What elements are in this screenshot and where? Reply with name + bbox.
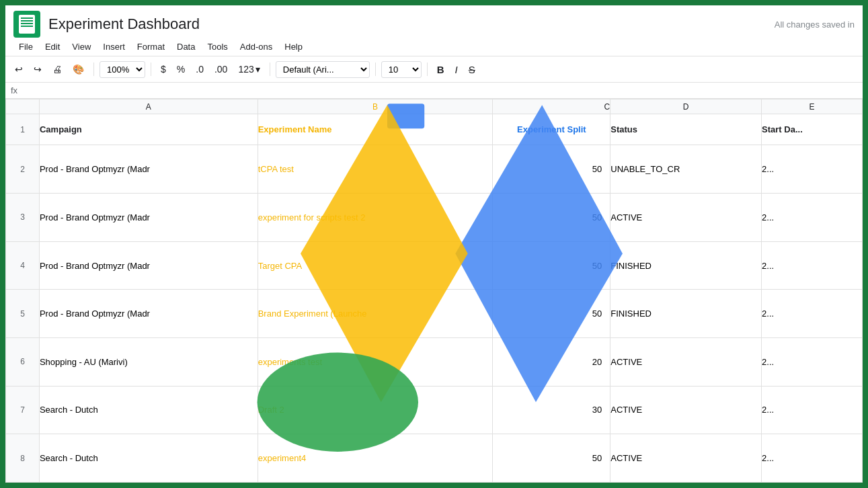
cell-c1[interactable]: Experiment Split xyxy=(493,114,610,145)
row-header-6: 6 xyxy=(6,337,40,386)
menu-insert[interactable]: Insert xyxy=(97,39,130,54)
cell-d2[interactable]: UNABLE_TO_CR xyxy=(610,145,762,194)
row-header-4: 4 xyxy=(6,241,40,290)
header-row: 1 Campaign Experiment Name Experiment Sp… xyxy=(6,114,863,145)
col-header-d[interactable]: D xyxy=(610,99,762,114)
cell-a1[interactable]: Campaign xyxy=(39,114,258,145)
cell-b4[interactable]: Target CPA xyxy=(258,241,493,290)
paint-format-button[interactable]: 🎨 xyxy=(69,61,88,77)
cell-b3[interactable]: experiment for scripts test 2 xyxy=(258,194,493,242)
cell-c6[interactable]: 20 xyxy=(493,337,610,386)
menu-bar: File Edit View Insert Format Data Tools … xyxy=(5,38,863,56)
row-header-5: 5 xyxy=(6,290,40,338)
toolbar-divider-5 xyxy=(427,63,428,76)
table-row: 4 Prod - Brand Optmyzr (Madr Target CPA … xyxy=(6,241,863,290)
row-header-2: 2 xyxy=(6,145,40,194)
cell-e6[interactable]: 2... xyxy=(762,337,863,386)
cell-a6[interactable]: Shopping - AU (Marivi) xyxy=(39,337,258,386)
cell-d1[interactable]: Status xyxy=(610,114,762,145)
redo-button[interactable]: ↪ xyxy=(30,61,46,77)
cell-e5[interactable]: 2... xyxy=(762,290,863,338)
cell-b1[interactable]: Experiment Name xyxy=(258,114,493,145)
title-bar: Experiment Dashboard All changes saved i… xyxy=(5,5,863,38)
table-row: 3 Prod - Brand Optmyzr (Madr experiment … xyxy=(6,194,863,242)
menu-help[interactable]: Help xyxy=(279,39,308,54)
currency-button[interactable]: $ xyxy=(157,61,170,77)
strikethrough-button[interactable]: S xyxy=(465,61,479,78)
cell-b8[interactable]: experiment4 xyxy=(258,434,493,483)
decimal-decrease-button[interactable]: .0 xyxy=(192,61,208,77)
toolbar: ↩ ↪ 🖨 🎨 100% $ % .0 .00 123 ▾ De xyxy=(5,56,863,83)
print-button[interactable]: 🖨 xyxy=(48,61,66,77)
cell-e8[interactable]: 2... xyxy=(762,434,863,483)
cell-c7[interactable]: 30 xyxy=(493,386,610,434)
cell-e7[interactable]: 2... xyxy=(762,386,863,434)
cell-c4[interactable]: 50 xyxy=(493,241,610,290)
table-row: 8 Search - Dutch experiment4 50 ACTIVE 2… xyxy=(6,434,863,483)
bold-button[interactable]: B xyxy=(433,61,448,78)
cell-a7[interactable]: Search - Dutch xyxy=(39,386,258,434)
table-row: 6 Shopping - AU (Marivi) experiments tes… xyxy=(6,337,863,386)
document-title[interactable]: Experiment Dashboard xyxy=(48,15,200,33)
cell-a4[interactable]: Prod - Brand Optmyzr (Madr xyxy=(39,241,258,290)
table-row: 5 Prod - Brand Optmyzr (Madr Brand Exper… xyxy=(6,290,863,338)
font-select[interactable]: Default (Ari... xyxy=(276,61,370,78)
save-status: All changes saved in xyxy=(775,19,855,30)
cell-b7[interactable]: Draft 2 xyxy=(258,386,493,434)
cell-d5[interactable]: FINISHED xyxy=(610,290,762,338)
cell-b2[interactable]: tCPA test xyxy=(258,145,493,194)
cell-e1[interactable]: Start Da... xyxy=(762,114,863,145)
toolbar-divider-1 xyxy=(93,63,94,76)
row-header-1: 1 xyxy=(6,114,40,145)
menu-tools[interactable]: Tools xyxy=(202,39,233,54)
toolbar-divider-3 xyxy=(270,63,270,76)
cell-b5[interactable]: Brand Experiment (Launche xyxy=(258,290,493,338)
cell-b6[interactable]: experiments test xyxy=(258,337,493,386)
row-header-8: 8 xyxy=(6,434,40,483)
cell-c3[interactable]: 50 xyxy=(493,194,610,242)
menu-addons[interactable]: Add-ons xyxy=(235,39,278,54)
more-formats-button[interactable]: 123 ▾ xyxy=(234,61,264,77)
table-row: 7 Search - Dutch Draft 2 30 ACTIVE 2... xyxy=(6,386,863,434)
font-size-select[interactable]: 10 xyxy=(381,61,422,78)
col-header-a[interactable]: A xyxy=(39,99,258,114)
toolbar-divider-2 xyxy=(151,63,151,76)
cell-e2[interactable]: 2... xyxy=(762,145,863,194)
undo-button[interactable]: ↩ xyxy=(11,61,27,77)
cell-a5[interactable]: Prod - Brand Optmyzr (Madr xyxy=(39,290,258,338)
zoom-select[interactable]: 100% xyxy=(100,61,145,78)
cell-d7[interactable]: ACTIVE xyxy=(610,386,762,434)
cell-a2[interactable]: Prod - Brand Optmyzr (Madr xyxy=(39,145,258,194)
spreadsheet-container: A B C D E 1 Campaign Experiment Name xyxy=(5,99,863,483)
menu-data[interactable]: Data xyxy=(171,39,200,54)
formula-input[interactable] xyxy=(23,85,857,95)
cell-a3[interactable]: Prod - Brand Optmyzr (Madr xyxy=(39,194,258,242)
italic-button[interactable]: I xyxy=(451,61,462,78)
cell-c8[interactable]: 50 xyxy=(493,434,610,483)
formula-label: fx xyxy=(11,85,17,95)
cell-e3[interactable]: 2... xyxy=(762,194,863,242)
sheets-app-icon xyxy=(13,11,40,38)
col-header-b[interactable]: B xyxy=(258,99,493,114)
cell-d8[interactable]: ACTIVE xyxy=(610,434,762,483)
cell-e4[interactable]: 2... xyxy=(762,241,863,290)
cell-c2[interactable]: 50 xyxy=(493,145,610,194)
cell-c5[interactable]: 50 xyxy=(493,290,610,338)
menu-format[interactable]: Format xyxy=(132,39,170,54)
formula-bar: fx xyxy=(5,83,863,99)
percent-button[interactable]: % xyxy=(173,61,189,77)
menu-edit[interactable]: Edit xyxy=(40,39,65,54)
menu-file[interactable]: File xyxy=(13,39,38,54)
col-header-e[interactable]: E xyxy=(762,99,863,114)
decimal-increase-button[interactable]: .00 xyxy=(210,61,231,77)
row-header-3: 3 xyxy=(6,194,40,242)
cell-a8[interactable]: Search - Dutch xyxy=(39,434,258,483)
menu-view[interactable]: View xyxy=(67,39,96,54)
row-header-7: 7 xyxy=(6,386,40,434)
col-header-c[interactable]: C xyxy=(493,99,610,114)
cell-d4[interactable]: FINISHED xyxy=(610,241,762,290)
cell-d3[interactable]: ACTIVE xyxy=(610,194,762,242)
corner-header xyxy=(6,99,40,114)
table-row: 2 Prod - Brand Optmyzr (Madr tCPA test 5… xyxy=(6,145,863,194)
cell-d6[interactable]: ACTIVE xyxy=(610,337,762,386)
